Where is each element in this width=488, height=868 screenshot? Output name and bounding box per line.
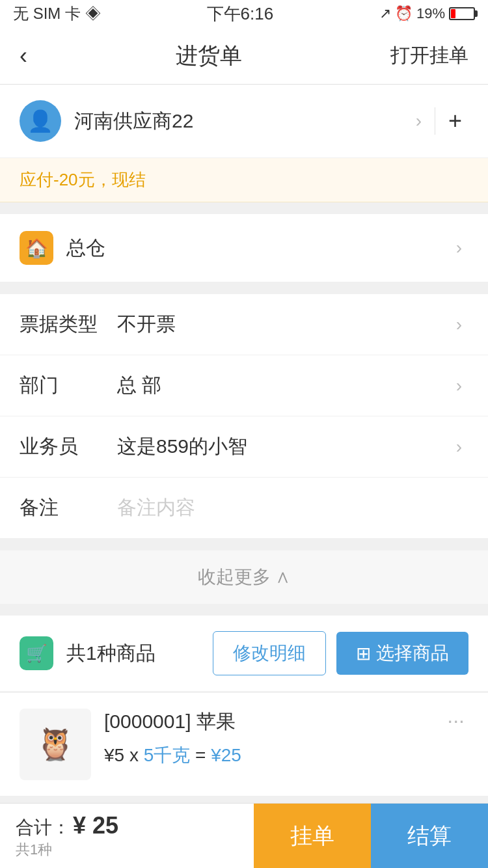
select-product-button[interactable]: ⊞ 选择商品: [336, 632, 468, 675]
supplier-row[interactable]: 👤 河南供应商22 › +: [0, 85, 488, 158]
settle-button[interactable]: 结算: [371, 804, 488, 868]
product-owl-icon: 🦉: [36, 726, 75, 763]
alarm-icon: ⏰: [395, 5, 413, 22]
total-label: 合计：: [16, 815, 70, 840]
battery-percent: 19%: [416, 5, 445, 22]
status-left: 无 SIM 卡 ◈: [13, 3, 101, 24]
product-title: 苹果: [197, 711, 236, 732]
ticket-type-row[interactable]: 票据类型 不开票 ›: [0, 294, 488, 355]
product-code: [0000001]: [104, 711, 191, 732]
remark-input[interactable]: 备注内容: [111, 495, 468, 521]
supplier-avatar: 👤: [20, 100, 61, 142]
battery-icon: [449, 7, 475, 20]
salesperson-chevron-icon: ›: [456, 437, 462, 457]
location-icon: ↗: [379, 5, 391, 22]
product-item: 🦉 [0000001] 苹果 ¥5 x 5千克 = ¥25 ···: [0, 693, 488, 796]
select-product-label: 选择商品: [376, 641, 449, 666]
salesperson-row[interactable]: 业务员 这是859的小智 ›: [0, 416, 488, 478]
quantity: 5千克: [144, 745, 191, 765]
form-card: 票据类型 不开票 › 部门 总 部 › 业务员 这是859的小智 › 备注 备注…: [0, 294, 488, 539]
salesperson-value: 这是859的小智: [111, 433, 456, 460]
unit-price: ¥5: [104, 745, 124, 765]
equals-sign: =: [195, 745, 211, 765]
sim-label: 无 SIM 卡 ◈: [13, 3, 101, 24]
collapse-bar[interactable]: 收起更多 ∧: [0, 550, 488, 604]
product-name: [0000001] 苹果: [104, 709, 443, 735]
product-thumbnail: 🦉: [20, 709, 91, 780]
department-value: 总 部: [111, 372, 456, 399]
back-button[interactable]: ‹: [20, 42, 27, 70]
status-bar: 无 SIM 卡 ◈ 下午6:16 ↗ ⏰ 19%: [0, 0, 488, 27]
department-row[interactable]: 部门 总 部 ›: [0, 355, 488, 416]
supplier-chevron-icon: ›: [416, 111, 422, 131]
remark-row[interactable]: 备注 备注内容: [0, 478, 488, 539]
remark-label: 备注: [20, 495, 111, 521]
page-title: 进货单: [176, 41, 242, 71]
supplier-name: 河南供应商22: [74, 108, 416, 135]
salesperson-label: 业务员: [20, 433, 111, 460]
warehouse-label: 总仓: [66, 235, 456, 262]
supplier-card: 👤 河南供应商22 › + 应付-20元，现结: [0, 85, 488, 202]
edit-detail-button[interactable]: 修改明细: [213, 631, 326, 675]
product-price: ¥5 x 5千克 = ¥25: [104, 743, 443, 768]
warehouse-icon: 🏠: [20, 231, 53, 265]
product-count: 共1种商品: [66, 640, 213, 667]
warehouse-chevron-icon: ›: [456, 237, 462, 258]
product-header: 🛒 共1种商品 修改明细 ⊞ 选择商品: [0, 616, 488, 692]
department-label: 部门: [20, 372, 111, 399]
ticket-type-label: 票据类型: [20, 311, 111, 338]
pending-button[interactable]: 挂单: [254, 804, 371, 868]
open-pending-button[interactable]: 打开挂单: [390, 42, 468, 69]
avatar-icon: 👤: [27, 109, 53, 133]
total-price: ¥25: [211, 745, 241, 765]
department-chevron-icon: ›: [456, 375, 462, 396]
warehouse-card: 🏠 总仓 ›: [0, 214, 488, 282]
nav-bar: ‹ 进货单 打开挂单: [0, 27, 488, 85]
status-right: ↗ ⏰ 19%: [379, 5, 475, 22]
total-section: 合计： ¥ 25 共1种: [0, 804, 254, 868]
supplier-notice: 应付-20元，现结: [0, 158, 488, 202]
product-icon: 🛒: [20, 636, 53, 670]
warehouse-row[interactable]: 🏠 总仓 ›: [0, 214, 488, 282]
ticket-type-value: 不开票: [111, 311, 456, 338]
ticket-type-chevron-icon: ›: [456, 314, 462, 335]
product-more-button[interactable]: ···: [443, 709, 468, 733]
total-amount: ¥ 25: [73, 812, 118, 839]
total-sub-label: 共1种: [16, 840, 238, 860]
select-product-icon: ⊞: [356, 643, 371, 664]
bottom-bar: 合计： ¥ 25 共1种 挂单 结算: [0, 803, 488, 868]
add-supplier-button[interactable]: +: [435, 107, 468, 135]
product-info: [0000001] 苹果 ¥5 x 5千克 = ¥25: [104, 709, 443, 768]
multiply-sign: x: [129, 745, 144, 765]
status-time: 下午6:16: [207, 3, 274, 25]
content: 👤 河南供应商22 › + 应付-20元，现结 🏠 总仓 › 票据类型 不开票 …: [0, 85, 488, 861]
